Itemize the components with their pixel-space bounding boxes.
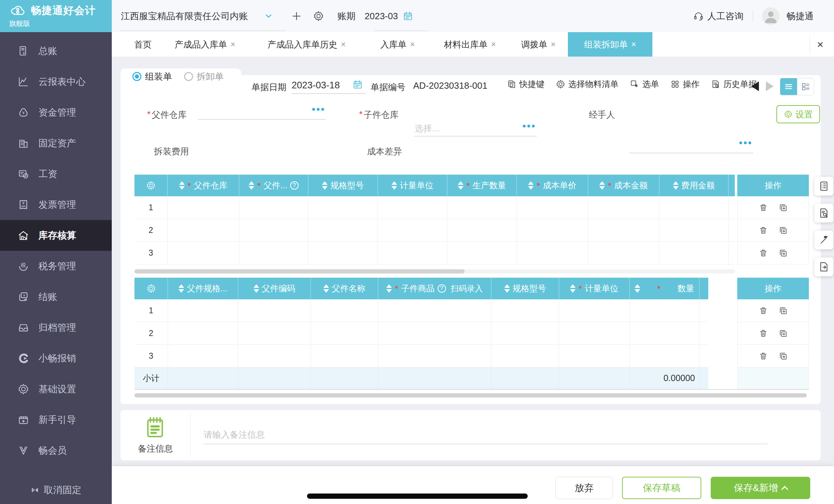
tab-close-icon[interactable]: × (551, 39, 556, 49)
toolbar-操作-button[interactable]: 操作 (670, 79, 700, 90)
editable-cell-生产数量[interactable] (447, 219, 517, 241)
ellipsis-picker-icon[interactable] (739, 141, 751, 144)
editable-cell-计量单位[interactable] (378, 219, 447, 241)
scan-entry-link[interactable]: 扫码录入 (451, 283, 483, 294)
toolbar-选择物料清单-button[interactable]: 选择物料清单 (556, 79, 619, 90)
next-doc-icon[interactable] (766, 81, 774, 91)
settings-button[interactable]: 设置 (776, 105, 820, 123)
editable-cell-生产数量[interactable] (447, 196, 517, 219)
sort-arrows-icon[interactable] (635, 284, 640, 293)
tab-首页[interactable]: 首页 (134, 32, 152, 57)
company-selector[interactable]: 江西服宝精品有限责任公司内账 (121, 10, 248, 22)
sidebar-item-发票管理[interactable]: ¥发票管理 (0, 189, 112, 220)
editable-cell-父件仓库[interactable] (168, 242, 239, 264)
tab-close-icon[interactable]: × (341, 39, 346, 49)
period-value[interactable]: 2023-03 (365, 11, 398, 22)
table2-hscroll-thumb[interactable] (134, 393, 807, 397)
sidebar-item-畅会员[interactable]: 畅会员 (0, 435, 112, 466)
toolbar-历史单据-button[interactable]: 历史单据 (711, 79, 757, 90)
help-circle-icon[interactable]: ? (290, 181, 299, 190)
sort-arrows-icon[interactable] (386, 284, 392, 293)
editable-cell-数量[interactable] (630, 345, 700, 367)
editable-cell-子件商品[interactable] (378, 345, 491, 367)
copy-plus-icon[interactable] (778, 329, 788, 338)
editable-cell-父件编码[interactable] (238, 299, 311, 322)
column-settings-cell[interactable] (134, 175, 168, 196)
tab-入库单[interactable]: 入库单× (380, 32, 415, 57)
toolbar-快捷键-button[interactable]: 快捷键 (507, 79, 544, 90)
sort-arrows-icon[interactable] (599, 181, 605, 190)
editable-cell-规格型号[interactable] (308, 242, 378, 264)
date-value[interactable]: 2023-03-18 (292, 80, 340, 91)
sort-arrows-icon[interactable] (254, 284, 259, 293)
tab-close-icon[interactable]: × (410, 39, 415, 49)
column-header-父件编码[interactable]: 父件编码 (238, 278, 311, 299)
table1-hscroll-thumb[interactable] (134, 269, 464, 273)
editable-cell-成本单价[interactable] (517, 219, 588, 241)
editable-cell-计量单位[interactable] (559, 345, 630, 367)
sidebar-item-税务管理[interactable]: 税税务管理 (0, 251, 112, 282)
editable-cell-父件仓库[interactable] (168, 196, 239, 219)
editable-cell-父件名称[interactable] (311, 299, 378, 322)
editable-cell-父件规格...[interactable] (168, 345, 238, 367)
tab-产成品入库单[interactable]: 产成品入库单× (175, 32, 235, 57)
tab-产成品入库单历史[interactable]: 产成品入库单历史× (268, 32, 346, 57)
editable-cell-父件...[interactable] (239, 242, 308, 264)
ellipsis-picker-icon[interactable] (312, 108, 324, 111)
help-circle-icon[interactable]: ? (438, 284, 446, 293)
column-header-计量单位[interactable]: *计量单位 (559, 278, 630, 299)
sidebar-item-结账[interactable]: ¥结账 (0, 282, 112, 312)
trash-icon[interactable] (759, 203, 768, 212)
editable-cell-父件名称[interactable] (311, 345, 378, 367)
list-view-button[interactable] (780, 78, 797, 95)
editable-cell-成本单价[interactable] (517, 196, 588, 219)
toolbar-选单-button[interactable]: 选单 (630, 79, 659, 90)
editable-cell-规格型号[interactable] (308, 219, 378, 241)
editable-cell-父件规格...[interactable] (168, 322, 238, 344)
sort-arrows-icon[interactable] (504, 284, 510, 293)
column-header-父件仓库[interactable]: *父件仓库 (168, 175, 239, 196)
trash-icon[interactable] (759, 329, 768, 338)
account-settings-icon[interactable] (313, 10, 324, 22)
user-avatar[interactable] (762, 7, 780, 25)
prev-doc-icon[interactable] (751, 81, 759, 91)
sidebar-collapse-button[interactable]: 取消固定 (0, 484, 112, 496)
editable-cell-数量[interactable] (630, 322, 700, 344)
sort-arrows-icon[interactable] (673, 181, 679, 190)
editable-cell-规格型号[interactable] (491, 322, 559, 344)
sidebar-item-固定资产[interactable]: 固定资产 (0, 128, 112, 159)
sidebar-item-归档管理[interactable]: 归档管理 (0, 312, 112, 343)
copy-plus-icon[interactable] (778, 351, 788, 361)
sidebar-item-小畅报销[interactable]: 小畅报销 (0, 343, 112, 374)
tab-材料出库单[interactable]: 材料出库单× (444, 32, 496, 57)
clipped-column-cell[interactable] (729, 175, 735, 196)
date-calendar-icon[interactable] (352, 79, 363, 90)
column-header-成本金额[interactable]: *成本金额 (588, 175, 659, 196)
cancel-button[interactable]: 放弃 (555, 477, 613, 499)
column-header-成本单价[interactable]: *成本单价 (517, 175, 588, 196)
sort-arrows-icon[interactable] (179, 181, 185, 190)
editable-cell-父件...[interactable] (239, 196, 308, 219)
child-warehouse-field[interactable]: 选择... (414, 120, 537, 137)
save-and-new-button[interactable]: 保存&新增 (711, 477, 810, 499)
trash-icon[interactable] (759, 351, 768, 361)
app-logo[interactable]: 畅捷通好会计 旗舰版 (0, 0, 112, 32)
sidebar-item-新手引导[interactable]: 新手引导 (0, 404, 112, 435)
trash-icon[interactable] (759, 226, 768, 235)
editable-cell-费用金额[interactable] (659, 242, 729, 264)
sort-arrows-icon[interactable] (178, 284, 184, 293)
sort-arrows-icon[interactable] (323, 284, 329, 293)
parent-warehouse-field[interactable] (198, 103, 326, 120)
sidebar-item-总账[interactable]: ¥总账 (0, 36, 112, 66)
radio-assembly[interactable]: 组装单 (132, 71, 172, 83)
sort-arrows-icon[interactable] (458, 181, 463, 190)
sidebar-item-资金管理[interactable]: ¥资金管理 (0, 97, 112, 128)
trash-icon[interactable] (759, 248, 768, 258)
tab-close-icon[interactable]: × (231, 39, 235, 49)
editable-cell-规格型号[interactable] (308, 196, 378, 219)
column-settings-cell[interactable] (134, 278, 168, 299)
copy-plus-icon[interactable] (778, 306, 788, 315)
editable-cell-父件规格...[interactable] (168, 299, 238, 322)
sidebar-item-云报表中心[interactable]: 云报表中心 (0, 66, 112, 97)
tab-close-icon[interactable]: × (631, 39, 636, 49)
